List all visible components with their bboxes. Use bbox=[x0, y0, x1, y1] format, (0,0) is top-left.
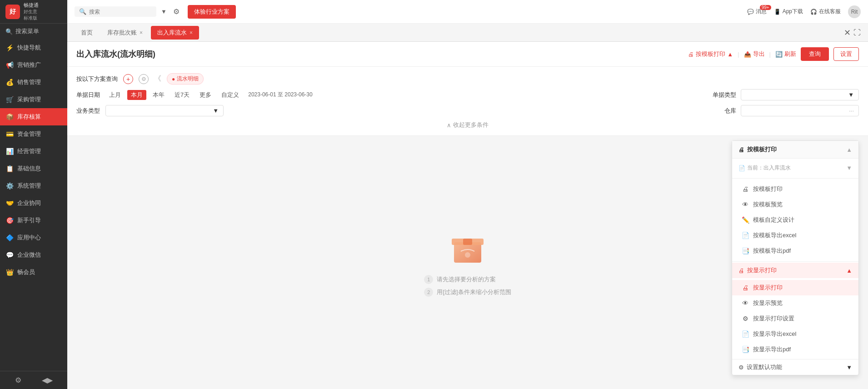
settings-button[interactable]: 设置 bbox=[833, 47, 859, 61]
logo-sub: 好生意 bbox=[24, 9, 39, 15]
date-btn-this-year[interactable]: 本年 bbox=[149, 90, 168, 100]
tab-flow-label: 出入库流水 bbox=[157, 29, 187, 37]
sidebar-item-label: 快捷导航 bbox=[17, 44, 41, 52]
display-preview-item[interactable]: 👁 按显示预览 bbox=[732, 295, 858, 311]
collapse-conditions-btn[interactable]: ∧ 收起更多条件 bbox=[447, 121, 489, 129]
sidebar-item-inventory[interactable]: 📦 库存核算 bbox=[0, 108, 67, 125]
basic-info-icon: 📋 bbox=[5, 165, 14, 173]
finance-icon: 💳 bbox=[5, 130, 14, 138]
sidebar-scroll: ⚡ 快捷导航 📢 营销推广 💰 销售管理 🛒 采购管理 📦 库存核算 💳 bbox=[0, 39, 67, 371]
svg-point-3 bbox=[465, 252, 470, 258]
page-title: 出入库流水(流水明细) bbox=[76, 49, 155, 60]
filter-settings-button[interactable]: ⚙ bbox=[139, 74, 149, 84]
newbie-icon: 🎯 bbox=[5, 216, 14, 224]
page-header: 出入库流水(流水明细) 🖨 按模板打印 ▲ | 📤 导出 | 🔄 bbox=[67, 42, 868, 67]
warehouse-dots[interactable]: ··· bbox=[849, 107, 854, 114]
sidebar-item-quick-nav[interactable]: ⚡ 快捷导航 bbox=[0, 39, 67, 56]
sidebar-item-operations[interactable]: 📊 经营管理 bbox=[0, 143, 67, 160]
topbar-search-input[interactable] bbox=[89, 9, 144, 15]
tab-batch-account-close[interactable]: × bbox=[140, 30, 143, 36]
tab-batch-account[interactable]: 库存批次账 × bbox=[101, 26, 149, 40]
collapse-label: 收起更多条件 bbox=[453, 121, 489, 129]
filter-add-button[interactable]: + bbox=[123, 74, 133, 84]
sidebar-item-label: 采购管理 bbox=[17, 95, 41, 104]
refresh-button[interactable]: 🔄 刷新 bbox=[775, 50, 796, 58]
current-template-header: 📄 当前：出入库流水 ▼ bbox=[732, 160, 858, 175]
warehouse-select[interactable]: ··· bbox=[741, 105, 859, 116]
template-custom-design-item[interactable]: ✏️ 模板自定义设计 bbox=[732, 212, 858, 228]
template-export-pdf-item[interactable]: 📑 按模板导出pdf bbox=[732, 243, 858, 259]
type-select[interactable]: ▼ bbox=[741, 89, 859, 100]
date-range-display: 2023-06-01 至 2023-06-30 bbox=[248, 91, 312, 99]
topbar-dropdown-icon[interactable]: ▼ bbox=[161, 8, 167, 15]
divider-1 bbox=[732, 178, 858, 179]
type-label: 单据类型 bbox=[713, 91, 736, 99]
display-export-excel-item[interactable]: 📄 按显示导出excel bbox=[732, 326, 858, 342]
display-export-pdf-item[interactable]: 📑 按显示导出pdf bbox=[732, 342, 858, 357]
sidebar-item-membership[interactable]: 👑 畅会员 bbox=[0, 264, 67, 281]
industry-btn[interactable]: 体验行业方案 bbox=[188, 5, 236, 19]
empty-state-icon bbox=[447, 229, 488, 269]
sidebar-item-app-center[interactable]: 🔷 应用中心 bbox=[0, 229, 67, 246]
display-pdf-icon: 📑 bbox=[741, 346, 749, 353]
sidebar-item-finance[interactable]: 💳 资金管理 bbox=[0, 125, 67, 143]
dropdown-footer[interactable]: ⚙ 设置默认功能 ▼ bbox=[732, 359, 858, 375]
settings-bottom-icon[interactable]: ⚙ bbox=[15, 376, 21, 384]
quick-nav-icon: ⚡ bbox=[5, 44, 14, 52]
tab-home-label: 首页 bbox=[81, 29, 93, 37]
display-print-item[interactable]: 🖨 按显示打印 bbox=[732, 280, 858, 295]
dropdown-collapse-icon[interactable]: ▲ bbox=[846, 146, 852, 153]
sidebar-item-marketing[interactable]: 📢 营销推广 bbox=[0, 56, 67, 74]
message-badge[interactable]: 💬 消息 99+ bbox=[747, 8, 767, 15]
date-filter: 上月 本月 本年 近7天 更多 自定义 2023-06-01 至 2023-06… bbox=[105, 90, 313, 100]
warehouse-label: 仓库 bbox=[724, 107, 736, 115]
tab-home[interactable]: 首页 bbox=[75, 26, 99, 40]
query-button[interactable]: 查询 bbox=[801, 47, 829, 61]
business-type-select[interactable]: ▼ bbox=[105, 105, 224, 116]
sidebar-item-sales[interactable]: 💰 销售管理 bbox=[0, 74, 67, 91]
user-avatar[interactable]: Rit bbox=[848, 5, 861, 18]
topbar-gear-icon[interactable]: ⚙ bbox=[173, 7, 180, 16]
date-btn-custom[interactable]: 自定义 bbox=[218, 90, 243, 100]
window-close-button[interactable]: ✕ bbox=[844, 28, 851, 38]
content-area: 1 请先选择要分析的方案 2 用[过滤]条件来缩小分析范围 🖨 按模板打印 bbox=[67, 136, 868, 389]
sidebar-item-corp-collab[interactable]: 🤝 企业协同 bbox=[0, 194, 67, 212]
sidebar-search[interactable]: 🔍 搜索菜单 bbox=[0, 24, 67, 39]
filter-label: 按以下方案查询 bbox=[76, 75, 118, 83]
template-excel-icon: 📄 bbox=[741, 232, 749, 239]
date-btn-last-month[interactable]: 上月 bbox=[105, 90, 125, 100]
current-section: 📄 当前：出入库流水 ▼ bbox=[732, 159, 858, 177]
template-print-section: 🖨 按模板打印 👁 按模板预览 ✏️ 模板自定义设计 📄 按模板导出excel bbox=[732, 180, 858, 260]
sidebar-item-system[interactable]: ⚙️ 系统管理 bbox=[0, 177, 67, 194]
template-print-item[interactable]: 🖨 按模板打印 bbox=[732, 181, 858, 197]
template-print-icon: 🖨 bbox=[741, 185, 749, 193]
online-service-badge[interactable]: 🎧 在线客服 bbox=[810, 8, 841, 15]
sidebar-item-basic-info[interactable]: 📋 基础信息 bbox=[0, 160, 67, 177]
display-print-settings-item[interactable]: ⚙ 按显示打印设置 bbox=[732, 311, 858, 326]
template-preview-item[interactable]: 👁 按模板预览 bbox=[732, 197, 858, 212]
display-print-header[interactable]: 🖨 按显示打印 ▲ bbox=[732, 263, 858, 278]
sidebar-item-purchase[interactable]: 🛒 采购管理 bbox=[0, 91, 67, 108]
app-download-badge[interactable]: 📱 App下载 bbox=[774, 8, 803, 15]
display-settings-icon: ⚙ bbox=[741, 315, 749, 322]
filter-collapse-icon[interactable]: 《 bbox=[154, 74, 161, 84]
date-btn-more[interactable]: 更多 bbox=[196, 90, 215, 100]
corp-collab-icon: 🤝 bbox=[5, 199, 14, 207]
tab-flow[interactable]: 出入库流水 × bbox=[151, 26, 199, 40]
template-export-excel-item[interactable]: 📄 按模板导出excel bbox=[732, 228, 858, 243]
date-btn-this-month[interactable]: 本月 bbox=[127, 90, 146, 100]
date-btn-7days[interactable]: 近7天 bbox=[171, 90, 193, 100]
logo-icon: 好 bbox=[5, 5, 20, 19]
svg-rect-2 bbox=[463, 239, 472, 245]
sidebar-item-label: 销售管理 bbox=[17, 78, 41, 86]
tab-flow-close[interactable]: × bbox=[190, 30, 193, 36]
sidebar-item-label: 新手引导 bbox=[17, 216, 41, 224]
window-expand-button[interactable]: ⛶ bbox=[853, 28, 861, 38]
sidebar-item-corp-weixin[interactable]: 💬 企业微信 bbox=[0, 246, 67, 264]
collapse-sidebar-icon[interactable]: ◀▶ bbox=[42, 376, 53, 384]
export-button[interactable]: 📤 导出 bbox=[744, 50, 765, 58]
current-dropdown-icon: ▼ bbox=[846, 165, 852, 171]
sidebar-item-newbie[interactable]: 🎯 新手引导 bbox=[0, 212, 67, 229]
print-button[interactable]: 🖨 按模板打印 ▲ bbox=[688, 50, 733, 58]
page-header-right: 🖨 按模板打印 ▲ | 📤 导出 | 🔄 刷新 查询 设置 bbox=[688, 47, 859, 61]
